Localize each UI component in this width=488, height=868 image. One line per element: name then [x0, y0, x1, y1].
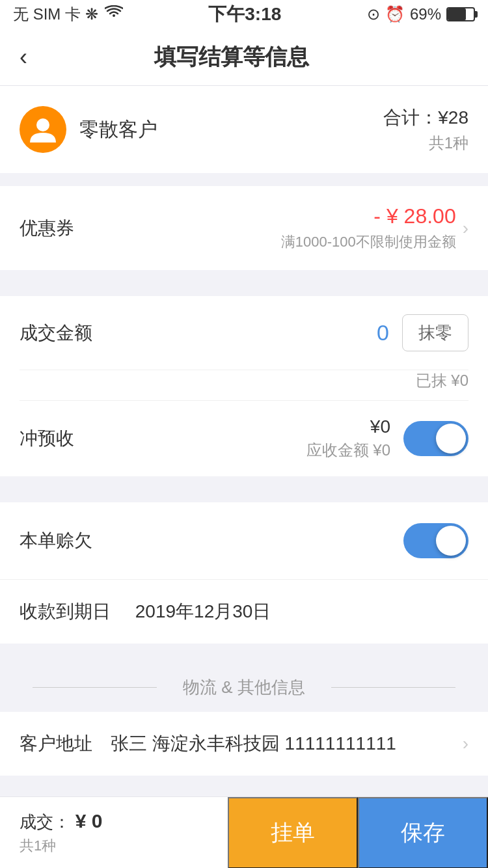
bottom-total-row: 成交： ¥ 0: [20, 810, 208, 834]
due-date-row: 收款到期日 2019年12月30日: [0, 579, 488, 644]
customer-row: 零散客户 合计：¥28 共1种: [0, 86, 488, 173]
bottom-total-label: 成交：: [20, 812, 70, 832]
debt-toggle[interactable]: [403, 523, 468, 558]
nav-bar: ‹ 填写结算等信息: [0, 29, 488, 86]
coupon-section[interactable]: 优惠券 - ¥ 28.00 满1000-100不限制使用金额 ›: [0, 186, 488, 270]
debt-toggle-knob: [436, 526, 466, 556]
status-bar: 无 SIM 卡 ❋ 下午3:18 ⊙ ⏰ 69%: [0, 0, 488, 29]
svg-point-0: [36, 118, 49, 131]
debt-row: 本单赊欠: [0, 502, 488, 579]
alarm-icon: ⏰: [385, 5, 405, 23]
back-button[interactable]: ‹: [13, 37, 34, 77]
coupon-desc: 满1000-100不限制使用金额: [111, 232, 456, 252]
location-icon: ⊙: [367, 5, 380, 23]
bottom-bar: 成交： ¥ 0 共1种 挂单 保存: [0, 796, 488, 868]
due-date-value: 2019年12月30日: [135, 601, 271, 621]
prepay-divider: 冲预收 ¥0 应收金额 ¥0: [20, 400, 468, 476]
prepay-amount: ¥0: [124, 416, 390, 437]
due-date-label: 收款到期日: [20, 601, 111, 621]
status-left: 无 SIM 卡 ❋: [13, 4, 123, 25]
customer-section: 零散客户 合计：¥28 共1种: [0, 86, 488, 173]
logistics-line-left: [33, 687, 157, 688]
wifi-icon: [105, 5, 123, 23]
battery-icon: [446, 7, 475, 21]
address-value: 张三 海淀永丰科技园 11111111111: [111, 731, 456, 756]
amount-row: 成交金额 0 抹零: [20, 296, 468, 370]
transaction-section: 成交金额 0 抹零 已抹 ¥0 冲预收 ¥0 应收金额 ¥0: [0, 296, 488, 476]
total-count: 共1种: [383, 133, 468, 154]
address-chevron-icon: ›: [463, 733, 468, 754]
customer-total: 合计：¥28 共1种: [383, 105, 468, 154]
round-zero-button[interactable]: 抹零: [402, 314, 468, 351]
logistics-text: 物流 & 其他信息: [170, 676, 318, 699]
coupon-amount: - ¥ 28.00: [111, 204, 456, 228]
bottom-total-amount: ¥ 0: [75, 810, 103, 832]
amount-label: 成交金额: [20, 321, 124, 346]
amount-value: 0: [377, 320, 389, 346]
battery-percent: 69%: [410, 5, 441, 23]
amount-sub: 已抹 ¥0: [20, 370, 468, 400]
toggle-knob: [436, 424, 466, 454]
logistics-line-right: [331, 687, 455, 688]
sim-status: 无 SIM 卡 ❋: [13, 4, 98, 25]
section-divider-3: [0, 657, 488, 663]
prepay-sub: 应收金额 ¥0: [124, 440, 390, 461]
status-time: 下午3:18: [208, 2, 281, 27]
section-divider-2: [0, 476, 488, 489]
save-button[interactable]: 保存: [358, 797, 488, 869]
coupon-right: - ¥ 28.00 满1000-100不限制使用金额: [111, 204, 456, 252]
bottom-count: 共1种: [20, 836, 208, 856]
prepay-label: 冲预收: [20, 426, 124, 451]
amount-right: 0 抹零: [124, 314, 468, 351]
section-divider-1: [0, 283, 488, 296]
page-title: 填写结算等信息: [34, 42, 429, 72]
coupon-label: 优惠券: [20, 216, 111, 241]
total-amount: 合计：¥28: [383, 105, 468, 130]
address-section[interactable]: 客户地址 张三 海淀永丰科技园 11111111111 ›: [0, 712, 488, 776]
status-right: ⊙ ⏰ 69%: [367, 5, 475, 23]
avatar: [20, 106, 66, 153]
chevron-right-icon: ›: [463, 218, 468, 239]
coupon-row[interactable]: 优惠券 - ¥ 28.00 满1000-100不限制使用金额 ›: [0, 186, 488, 270]
prepay-right: ¥0 应收金额 ¥0: [124, 416, 390, 461]
logistics-divider: 物流 & 其他信息: [0, 663, 488, 712]
address-label: 客户地址: [20, 731, 111, 756]
debt-label: 本单赊欠: [20, 528, 390, 553]
hang-order-button[interactable]: 挂单: [228, 797, 358, 869]
prepay-row: 冲预收 ¥0 应收金额 ¥0: [20, 401, 468, 476]
bottom-total: 成交： ¥ 0 共1种: [0, 810, 228, 856]
prepay-toggle[interactable]: [403, 421, 468, 456]
debt-section: 本单赊欠 收款到期日 2019年12月30日: [0, 502, 488, 644]
address-row[interactable]: 客户地址 张三 海淀永丰科技园 11111111111 ›: [0, 712, 488, 776]
customer-name: 零散客户: [79, 116, 383, 143]
